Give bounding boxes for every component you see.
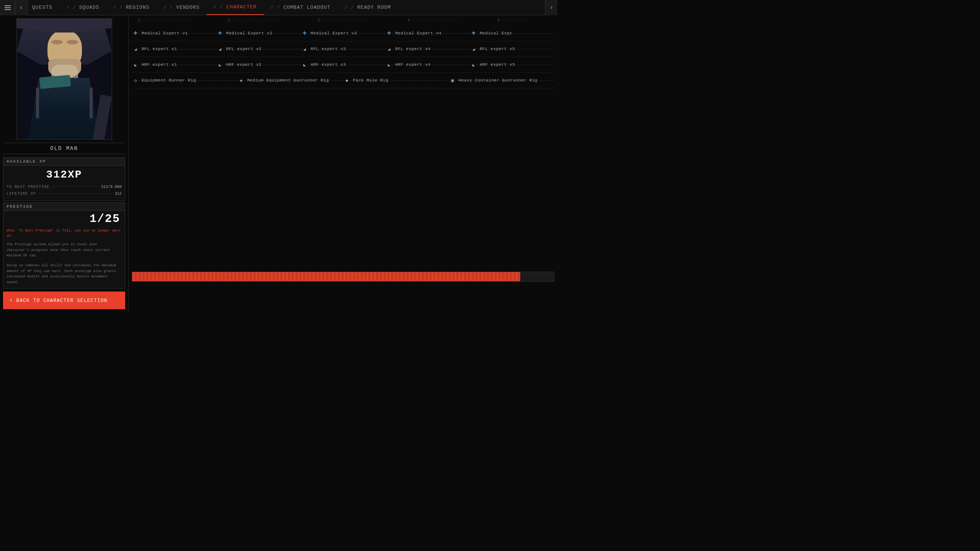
skill-hrf-v4[interactable]: ◣ HRF expert v4 bbox=[385, 61, 470, 68]
skill-progress-medical-v1 bbox=[192, 33, 216, 34]
skill-medium-equipment-gunrunner-rig[interactable]: ◈ Medium Equipment Gunrunner Rig bbox=[237, 77, 343, 84]
nav-prev-button[interactable]: ‹ bbox=[15, 0, 28, 15]
skill-name-rfl-v5: RFL expert v5 bbox=[480, 47, 515, 51]
skill-rfl-v5[interactable]: ◢ RFL expert v5 bbox=[470, 45, 554, 53]
nav-items: QUESTS /SQUADS /REGIONS /VENDORS /CHARAC… bbox=[28, 0, 545, 15]
nav-item-quests[interactable]: QUESTS bbox=[28, 0, 59, 15]
hrf-icon-v2: ◣ bbox=[216, 61, 224, 68]
skill-medical-v5[interactable]: + Medical Expt bbox=[470, 29, 554, 37]
skill-name-rfl-v1: RFL expert v1 bbox=[142, 47, 177, 51]
skill-progress-hrf-v2 bbox=[265, 65, 301, 65]
skill-name-medical-v5: Medical Expt bbox=[480, 31, 512, 36]
skill-progress-rfl-v3 bbox=[350, 49, 385, 49]
xp-value: 312XP bbox=[3, 166, 125, 182]
medical-icon-v4: + bbox=[385, 29, 393, 37]
tier-label-4: 4------------------- bbox=[407, 18, 497, 23]
skill-equipment-runner-rig[interactable]: ◇ Equipment Runner Rig bbox=[132, 77, 237, 84]
prestige-header: PRESTIGE bbox=[3, 203, 125, 211]
skill-name-heavy-container-gunrunner-rig: Heavy Container Gunrunner Rig bbox=[459, 78, 537, 83]
skill-row-rigs: ◇ Equipment Runner Rig ◈ Medium Equipmen… bbox=[132, 73, 554, 88]
prestige-description-2: Doing so removes all skills and increase… bbox=[3, 261, 125, 288]
nav-item-regions[interactable]: /REGIONS bbox=[106, 0, 156, 15]
skill-rfl-v1[interactable]: ◢ RFL expert v1 bbox=[132, 45, 216, 53]
left-panel: OLD MAN AVAILABLE XP 312XP TO NEXT PREST… bbox=[0, 15, 129, 312]
nav-item-combat-loadout[interactable]: /COMBAT LOADOUT bbox=[264, 0, 338, 15]
skill-name-hrf-v4: HRF expert v4 bbox=[395, 62, 430, 67]
skill-pack-mule-rig[interactable]: ◆ Pack Mule Rig bbox=[343, 77, 449, 84]
skill-hrf-v5[interactable]: ◣ HRF expert v5 bbox=[470, 61, 554, 68]
skill-rfl-v2[interactable]: ◢ RFL expert v2 bbox=[216, 45, 301, 53]
tier-label-3: 3------------------- bbox=[317, 18, 407, 23]
medical-icon-v1: + bbox=[132, 29, 139, 37]
skill-heavy-container-gunrunner-rig[interactable]: ▣ Heavy Container Gunrunner Rig bbox=[449, 77, 554, 84]
skill-name-medical-v1: Medical Expert v1 bbox=[142, 31, 188, 36]
skill-name-medical-v4: Medical Expert v4 bbox=[395, 31, 441, 36]
hrf-icon-v3: ◣ bbox=[301, 61, 309, 68]
tier-label-2: 2------------------- bbox=[228, 18, 318, 23]
skill-progress-medium-equipment-gunrunner-rig bbox=[333, 80, 343, 81]
skill-progress-hrf-v1 bbox=[181, 65, 216, 65]
chevron-left-btn-icon: ‹ bbox=[9, 297, 13, 304]
nav-next-button[interactable]: › bbox=[545, 0, 557, 15]
hrf-icon-v5: ◣ bbox=[470, 61, 477, 68]
skill-hrf-v1[interactable]: ◣ HRF expert v1 bbox=[132, 61, 216, 68]
xp-progress-fill bbox=[132, 272, 520, 281]
rig-icon-4: ▣ bbox=[449, 77, 456, 84]
back-to-character-selection-button[interactable]: ‹ BACK TO CHARACTER SELECTION bbox=[3, 292, 125, 309]
tier-label-1: 1------------------- bbox=[138, 18, 228, 23]
skill-progress-pack-mule-rig bbox=[392, 80, 438, 81]
skill-progress-equipment-runner-rig bbox=[200, 80, 237, 81]
nav-item-character[interactable]: /CHARACTER bbox=[207, 0, 264, 15]
skill-medical-v1[interactable]: + Medical Expert v1 bbox=[132, 29, 216, 37]
skill-medical-v4[interactable]: + Medical Expert v4 bbox=[385, 29, 470, 37]
skills-container: + Medical Expert v1 + Medical Expert v2 … bbox=[132, 26, 554, 88]
xp-progress-track bbox=[132, 272, 554, 282]
menu-button[interactable] bbox=[0, 0, 15, 15]
rig-icon-3: ◆ bbox=[343, 77, 351, 84]
rfl-icon-v1: ◢ bbox=[132, 45, 139, 53]
portrait-figure bbox=[17, 19, 112, 139]
nav-item-vendors[interactable]: /VENDORS bbox=[156, 0, 206, 15]
skill-rfl-v3[interactable]: ◢ RFL expert v3 bbox=[301, 45, 385, 53]
rfl-icon-v2: ◢ bbox=[216, 45, 224, 53]
skill-progress-hrf-v4 bbox=[434, 65, 470, 65]
skill-progress-medical-v3 bbox=[361, 33, 385, 34]
skill-progress-hrf-v3 bbox=[350, 65, 385, 65]
skill-hrf-v2[interactable]: ◣ HRF expert v2 bbox=[216, 61, 301, 68]
prestige-value: 1/25 bbox=[3, 211, 125, 227]
hrf-icon-v4: ◣ bbox=[385, 61, 393, 68]
prestige-description-1: The Prestige system allows you to reset … bbox=[3, 240, 125, 261]
rfl-icon-v3: ◢ bbox=[301, 45, 309, 53]
rig-icon-2: ◈ bbox=[237, 77, 245, 84]
nav-item-ready-room[interactable]: /READY ROOM bbox=[337, 0, 398, 15]
prestige-panel: PRESTIGE 1/25 When 'To Next Prestige' is… bbox=[3, 202, 125, 289]
character-portrait bbox=[16, 18, 112, 140]
skill-row-hrf: ◣ HRF expert v1 ◣ HRF expert v2 ◣ HRF ex… bbox=[132, 57, 554, 73]
character-name: OLD MAN bbox=[3, 143, 125, 154]
skill-name-equipment-runner-rig: Equipment Runner Rig bbox=[142, 78, 196, 83]
medical-icon-v2: + bbox=[216, 29, 224, 37]
skill-progress-rfl-v1 bbox=[181, 49, 216, 49]
skill-medical-v2[interactable]: + Medical Expert v2 bbox=[216, 29, 301, 37]
nav-item-squads[interactable]: /SQUADS bbox=[59, 0, 106, 15]
skill-hrf-v3[interactable]: ◣ HRF expert v3 bbox=[301, 61, 385, 68]
xp-panel: AVAILABLE XP 312XP TO NEXT PRESTIGE 312/… bbox=[3, 157, 125, 201]
right-panel: 1------------------- 2------------------… bbox=[129, 15, 557, 312]
hamburger-icon bbox=[5, 5, 11, 10]
top-nav: ‹ QUESTS /SQUADS /REGIONS /VENDORS /CHAR… bbox=[0, 0, 557, 15]
skill-name-hrf-v2: HRF expert v2 bbox=[226, 62, 261, 67]
skill-rfl-v4[interactable]: ◢ RFL expert v4 bbox=[385, 45, 470, 53]
tier-labels: 1------------------- 2------------------… bbox=[138, 18, 554, 26]
skill-medical-v3[interactable]: + Medical Expert v3 bbox=[301, 29, 385, 37]
xp-header: AVAILABLE XP bbox=[3, 158, 125, 166]
xp-to-next-row: TO NEXT PRESTIGE 312/8.000 bbox=[7, 184, 122, 191]
skill-progress-rfl-v2 bbox=[265, 49, 301, 49]
skill-row-rfl: ◢ RFL expert v1 ◢ RFL expert v2 ◢ RFL ex… bbox=[132, 41, 554, 57]
skill-name-hrf-v1: HRF expert v1 bbox=[142, 62, 177, 67]
skill-name-pack-mule-rig: Pack Mule Rig bbox=[353, 78, 388, 83]
chevron-right-icon: › bbox=[550, 4, 554, 11]
medical-icon-v5: + bbox=[470, 29, 477, 37]
skill-name-rfl-v2: RFL expert v2 bbox=[226, 47, 261, 51]
skill-name-medium-equipment-gunrunner-rig: Medium Equipment Gunrunner Rig bbox=[247, 78, 329, 83]
skill-name-rfl-v3: RFL expert v3 bbox=[311, 47, 346, 51]
